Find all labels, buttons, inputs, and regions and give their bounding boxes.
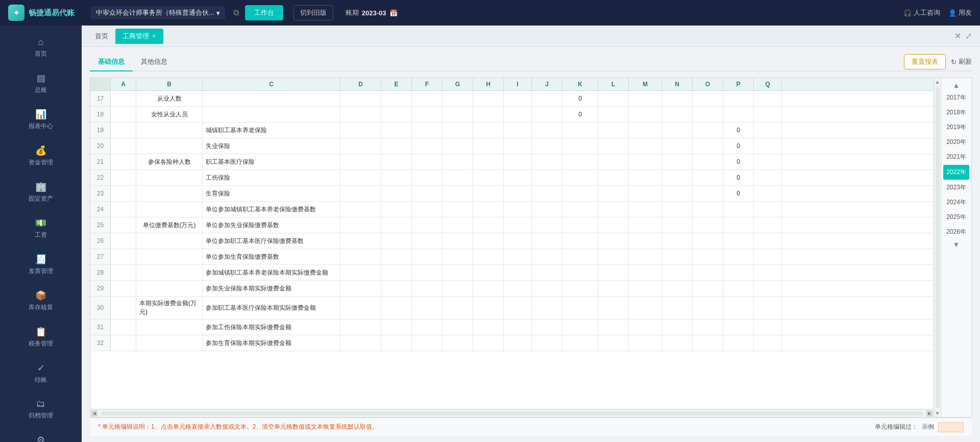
cell-23-f[interactable] — [412, 186, 443, 201]
cell-19-j[interactable] — [532, 122, 562, 138]
cell-23-i[interactable] — [504, 186, 532, 201]
year-item-2021[interactable]: 2021年 — [941, 150, 971, 164]
cell-25-e[interactable] — [381, 217, 412, 233]
cell-21-f[interactable] — [412, 154, 443, 169]
cell-22-d[interactable] — [340, 170, 381, 185]
cell-27-l[interactable] — [598, 249, 629, 264]
cell-28-d[interactable] — [340, 265, 381, 280]
cell-20-n[interactable] — [662, 138, 693, 154]
tab-industry[interactable]: 工商管理 × — [115, 29, 163, 44]
cell-31-h[interactable] — [473, 320, 504, 335]
scroll-down-button[interactable]: ▼ — [934, 409, 941, 417]
cell-31-m[interactable] — [629, 320, 662, 335]
cell-30-j[interactable] — [532, 297, 562, 319]
cell-22-m[interactable] — [629, 170, 662, 185]
cell-28-a[interactable] — [111, 265, 136, 280]
cell-22-q[interactable] — [754, 170, 782, 185]
sidebar-item-tax[interactable]: 📋 税务管理 — [3, 320, 79, 354]
cell-17-k[interactable]: 0 — [562, 91, 598, 106]
cell-20-q[interactable] — [754, 138, 782, 154]
cell-21-h[interactable] — [473, 154, 504, 169]
cell-30-l[interactable] — [598, 297, 629, 319]
cell-30-b[interactable]: 本期实际缴费金额(万元) — [136, 297, 203, 319]
scroll-left-button[interactable]: ◄ — [91, 410, 97, 416]
cell-29-q[interactable] — [754, 281, 782, 296]
cell-27-h[interactable] — [473, 249, 504, 264]
cell-24-n[interactable] — [662, 202, 693, 217]
cell-31-q[interactable] — [754, 320, 782, 335]
cell-20-g[interactable] — [443, 138, 473, 154]
cell-23-m[interactable] — [629, 186, 662, 201]
cell-21-m[interactable] — [629, 154, 662, 169]
company-selector[interactable]: 中审众环会计师事务所（特殊普通合伙... ▾ — [91, 6, 225, 19]
cell-17-h[interactable] — [473, 91, 504, 106]
cell-23-h[interactable] — [473, 186, 504, 201]
cell-24-c[interactable]: 单位参加城镇职工基本养老保险缴费基数 — [203, 202, 340, 217]
cell-28-j[interactable] — [532, 265, 562, 280]
cell-24-q[interactable] — [754, 202, 782, 217]
cell-19-f[interactable] — [412, 122, 443, 138]
cell-28-m[interactable] — [629, 265, 662, 280]
cell-23-n[interactable] — [662, 186, 693, 201]
cell-25-j[interactable] — [532, 217, 562, 233]
scroll-right-button[interactable]: ► — [926, 410, 933, 416]
cell-30-n[interactable] — [662, 297, 693, 319]
cell-22-p[interactable]: 0 — [723, 170, 754, 185]
close-icon[interactable]: ✕ — [954, 31, 961, 41]
cell-31-f[interactable] — [412, 320, 443, 335]
cell-18-g[interactable] — [443, 107, 473, 122]
cell-27-d[interactable] — [340, 249, 381, 264]
cell-22-k[interactable] — [562, 170, 598, 185]
cell-24-o[interactable] — [693, 202, 723, 217]
cell-19-g[interactable] — [443, 122, 473, 138]
cell-22-b[interactable] — [136, 170, 203, 185]
cell-18-d[interactable] — [340, 107, 381, 122]
cell-27-p[interactable] — [723, 249, 754, 264]
scroll-track[interactable] — [101, 411, 923, 415]
cell-31-a[interactable] — [111, 320, 136, 335]
cell-18-a[interactable] — [111, 107, 136, 122]
cell-22-a[interactable] — [111, 170, 136, 185]
cell-29-a[interactable] — [111, 281, 136, 296]
cell-28-n[interactable] — [662, 265, 693, 280]
cell-23-b[interactable] — [136, 186, 203, 201]
cell-17-d[interactable] — [340, 91, 381, 106]
cell-28-g[interactable] — [443, 265, 473, 280]
cell-30-g[interactable] — [443, 297, 473, 319]
cell-20-k[interactable] — [562, 138, 598, 154]
cell-23-k[interactable] — [562, 186, 598, 201]
cell-28-b[interactable] — [136, 265, 203, 280]
cell-25-i[interactable] — [504, 217, 532, 233]
cell-24-e[interactable] — [381, 202, 412, 217]
sidebar-item-assets[interactable]: 🏢 固定资产 — [3, 175, 79, 209]
sidebar-item-settings[interactable]: ⚙ 设置 — [3, 428, 79, 442]
cell-32-e[interactable] — [381, 335, 412, 351]
cell-31-j[interactable] — [532, 320, 562, 335]
cell-32-c[interactable]: 参加生育保险本期实际缴费金额 — [203, 335, 340, 351]
cell-32-l[interactable] — [598, 335, 629, 351]
cell-28-c[interactable]: 参加城镇职工基本养老保险本期实际缴费金额 — [203, 265, 340, 280]
cell-18-h[interactable] — [473, 107, 504, 122]
cell-26-e[interactable] — [381, 233, 412, 249]
cell-19-a[interactable] — [111, 122, 136, 138]
cell-29-i[interactable] — [504, 281, 532, 296]
cell-28-k[interactable] — [562, 265, 598, 280]
cell-26-q[interactable] — [754, 233, 782, 249]
cell-29-p[interactable] — [723, 281, 754, 296]
cell-22-h[interactable] — [473, 170, 504, 185]
cell-21-o[interactable] — [693, 154, 723, 169]
cell-29-g[interactable] — [443, 281, 473, 296]
cell-22-c[interactable]: 工伤保险 — [203, 170, 340, 185]
cell-23-e[interactable] — [381, 186, 412, 201]
cell-17-j[interactable] — [532, 91, 562, 106]
cell-27-j[interactable] — [532, 249, 562, 264]
cell-30-q[interactable] — [754, 297, 782, 319]
cell-32-j[interactable] — [532, 335, 562, 351]
cell-22-j[interactable] — [532, 170, 562, 185]
cell-17-b[interactable]: 从业人数 — [136, 91, 203, 106]
sheet-body[interactable]: 17 从业人数 0 — [90, 91, 934, 409]
year-item-2023[interactable]: 2023年 — [941, 180, 971, 195]
cell-25-a[interactable] — [111, 217, 136, 233]
ai-consult-button[interactable]: 🎧 人工咨询 — [903, 8, 940, 17]
cell-24-p[interactable] — [723, 202, 754, 217]
